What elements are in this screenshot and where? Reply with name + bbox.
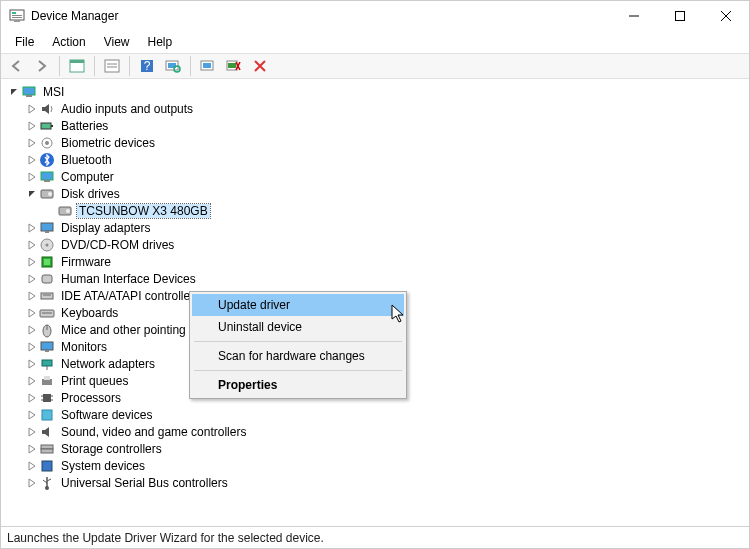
tree-item-cat-1[interactable]: Batteries [7, 117, 749, 134]
expand-icon[interactable] [25, 359, 39, 369]
expand-icon[interactable] [25, 223, 39, 233]
close-button[interactable] [703, 1, 749, 31]
tree-item-label: Computer [59, 170, 116, 184]
collapse-icon[interactable] [7, 87, 21, 97]
svg-rect-49 [41, 342, 53, 350]
expand-icon[interactable] [25, 104, 39, 114]
sound-icon [39, 424, 55, 440]
software-icon [39, 407, 55, 423]
back-button[interactable] [5, 55, 27, 77]
show-hide-console-button[interactable] [66, 55, 88, 77]
network-icon [39, 356, 55, 372]
expand-icon[interactable] [25, 121, 39, 131]
expand-icon[interactable] [25, 342, 39, 352]
svg-rect-36 [41, 223, 53, 231]
menu-file[interactable]: File [7, 33, 42, 51]
update-driver-button[interactable] [197, 55, 219, 77]
tree-item-label: System devices [59, 459, 147, 473]
tree-item-cat-20[interactable]: System devices [7, 457, 749, 474]
svg-rect-23 [23, 87, 35, 95]
tree-item-cat-9[interactable]: Human Interface Devices [7, 270, 749, 287]
tree-item-cat-18[interactable]: Sound, video and game controllers [7, 423, 749, 440]
minimize-button[interactable] [611, 1, 657, 31]
svg-rect-25 [41, 123, 51, 129]
svg-rect-62 [41, 449, 53, 453]
svg-rect-10 [70, 60, 84, 63]
device-tree[interactable]: MSIAudio inputs and outputsBatteriesBiom… [1, 79, 749, 526]
expand-icon[interactable] [25, 393, 39, 403]
expand-icon[interactable] [25, 155, 39, 165]
expand-icon[interactable] [25, 444, 39, 454]
expand-icon[interactable] [25, 410, 39, 420]
tree-item-cat-21[interactable]: Universal Serial Bus controllers [7, 474, 749, 491]
tree-item-label: Monitors [59, 340, 109, 354]
tree-item-label: Sound, video and game controllers [59, 425, 248, 439]
properties-button[interactable] [101, 55, 123, 77]
expand-icon[interactable] [25, 376, 39, 386]
uninstall-device-button[interactable] [223, 55, 245, 77]
computer-icon [39, 169, 55, 185]
tree-item-cat-3[interactable]: Bluetooth [7, 151, 749, 168]
firmware-icon [39, 254, 55, 270]
expand-icon[interactable] [25, 461, 39, 471]
tree-item-label: Universal Serial Bus controllers [59, 476, 230, 490]
disable-device-button[interactable] [249, 55, 271, 77]
forward-button[interactable] [31, 55, 53, 77]
tree-item-label: Storage controllers [59, 442, 164, 456]
tree-item-cat-6[interactable]: Display adapters [7, 219, 749, 236]
svg-rect-60 [42, 410, 52, 420]
tree-item-cat-5-child-0[interactable]: TCSUNBOW X3 480GB [7, 202, 749, 219]
help-button[interactable]: ? [136, 55, 158, 77]
expand-icon[interactable] [25, 427, 39, 437]
expand-icon[interactable] [25, 325, 39, 335]
tree-item-cat-8[interactable]: Firmware [7, 253, 749, 270]
tree-item-label: DVD/CD-ROM drives [59, 238, 176, 252]
expand-icon[interactable] [25, 257, 39, 267]
svg-rect-63 [42, 461, 52, 471]
ide-icon [39, 288, 55, 304]
expand-icon[interactable] [25, 172, 39, 182]
ctx-update-driver[interactable]: Update driver [192, 294, 404, 316]
tree-item-cat-0[interactable]: Audio inputs and outputs [7, 100, 749, 117]
ctx-label: Update driver [218, 298, 290, 312]
tree-item-cat-19[interactable]: Storage controllers [7, 440, 749, 457]
expand-icon[interactable] [25, 291, 39, 301]
tree-item-cat-5[interactable]: Disk drives [7, 185, 749, 202]
ctx-label: Properties [218, 378, 277, 392]
ctx-properties[interactable]: Properties [192, 374, 404, 396]
dvd-icon [39, 237, 55, 253]
tree-item-label: Network adapters [59, 357, 157, 371]
svg-text:?: ? [144, 59, 151, 73]
svg-point-28 [45, 141, 49, 145]
svg-rect-4 [14, 20, 20, 22]
display-icon [39, 220, 55, 236]
tree-item-label: Human Interface Devices [59, 272, 198, 286]
ctx-scan-hardware[interactable]: Scan for hardware changes [192, 345, 404, 367]
expand-icon[interactable] [25, 308, 39, 318]
svg-rect-55 [43, 394, 51, 402]
expand-icon[interactable] [25, 478, 39, 488]
expand-icon[interactable] [25, 138, 39, 148]
expand-icon[interactable] [25, 240, 39, 250]
menu-view[interactable]: View [96, 33, 138, 51]
tree-item-label: Processors [59, 391, 123, 405]
svg-rect-11 [105, 60, 119, 72]
svg-rect-24 [26, 95, 32, 97]
scan-hardware-button[interactable] [162, 55, 184, 77]
ctx-uninstall-device[interactable]: Uninstall device [192, 316, 404, 338]
collapse-icon[interactable] [25, 189, 39, 199]
menu-action[interactable]: Action [44, 33, 93, 51]
tree-item-cat-17[interactable]: Software devices [7, 406, 749, 423]
hid-icon [39, 271, 55, 287]
maximize-button[interactable] [657, 1, 703, 31]
tree-item-cat-7[interactable]: DVD/CD-ROM drives [7, 236, 749, 253]
separator [190, 56, 191, 76]
svg-rect-41 [44, 259, 50, 265]
menu-help[interactable]: Help [140, 33, 181, 51]
expand-icon[interactable] [25, 274, 39, 284]
tree-item-root[interactable]: MSI [7, 83, 749, 100]
svg-rect-20 [203, 63, 211, 68]
tree-item-cat-2[interactable]: Biometric devices [7, 134, 749, 151]
tree-item-cat-4[interactable]: Computer [7, 168, 749, 185]
biometric-icon [39, 135, 55, 151]
